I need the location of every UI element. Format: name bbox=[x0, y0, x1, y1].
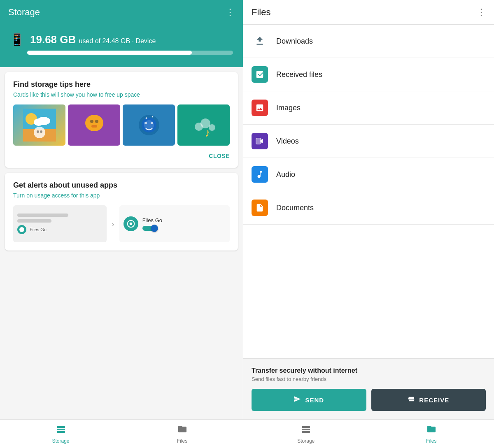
file-item-downloads[interactable]: Downloads bbox=[243, 25, 494, 58]
storage-tips-card: Find storage tips here Cards like this w… bbox=[5, 72, 238, 168]
left-menu-icon[interactable]: ⋮ bbox=[226, 7, 235, 18]
file-item-documents[interactable]: Documents bbox=[243, 191, 494, 225]
mock-bar-2 bbox=[17, 219, 51, 223]
mock-app-icon bbox=[17, 225, 26, 234]
left-nav-files-label: Files bbox=[177, 438, 187, 444]
alert-title: Get alerts about unused apps bbox=[13, 181, 230, 190]
mock-bar-1 bbox=[17, 214, 68, 217]
send-label: SEND bbox=[305, 397, 324, 404]
svg-rect-30 bbox=[57, 429, 65, 430]
toggle-bar[interactable] bbox=[142, 226, 157, 231]
svg-point-18 bbox=[144, 122, 147, 124]
storage-nav-icon bbox=[56, 424, 66, 436]
images-icon bbox=[252, 100, 268, 116]
received-icon bbox=[252, 66, 268, 83]
svg-rect-13 bbox=[91, 125, 97, 128]
transfer-subtitle: Send files fast to nearby friends bbox=[252, 376, 486, 382]
files-list: Downloads Received files Images bbox=[243, 25, 494, 358]
transfer-section: Transfer securely without internet Send … bbox=[243, 358, 494, 419]
close-button[interactable]: CLOSE bbox=[209, 153, 230, 159]
receive-button[interactable]: RECEIVE bbox=[371, 389, 486, 411]
left-nav-storage-label: Storage bbox=[52, 438, 69, 444]
svg-point-17 bbox=[144, 120, 154, 130]
svg-rect-32 bbox=[256, 138, 261, 144]
storage-tips-subtitle: Cards like this will show you how to fre… bbox=[13, 91, 230, 98]
downloads-icon bbox=[252, 33, 268, 49]
arrow-icon: › bbox=[112, 219, 114, 229]
transfer-buttons: SEND RECEIVE bbox=[252, 389, 486, 411]
cards-area: Find storage tips here Cards like this w… bbox=[0, 67, 243, 419]
mock-app-row: Files Go bbox=[17, 225, 103, 234]
right-header: Files ⋮ bbox=[243, 0, 494, 25]
svg-rect-34 bbox=[258, 208, 261, 209]
images-label: Images bbox=[276, 104, 301, 112]
right-panel: Files ⋮ Downloads Received files bbox=[243, 0, 494, 448]
storage-progress-bar bbox=[27, 51, 233, 55]
thumb-4: ♪ bbox=[177, 104, 230, 146]
alert-mock: Files Go › Files Go bbox=[13, 205, 230, 242]
file-item-images[interactable]: Images bbox=[243, 91, 494, 125]
filesgo-name: Files Go bbox=[142, 217, 162, 223]
send-button[interactable]: SEND bbox=[252, 389, 366, 411]
svg-rect-36 bbox=[302, 426, 310, 428]
mock-app-icon-inner bbox=[19, 227, 24, 232]
alert-right-screen: Files Go bbox=[119, 205, 230, 242]
file-item-received[interactable]: Received files bbox=[243, 58, 494, 91]
svg-text:♪: ♪ bbox=[205, 126, 210, 139]
svg-point-12 bbox=[95, 120, 98, 123]
documents-icon bbox=[252, 200, 268, 216]
file-item-videos[interactable]: Videos bbox=[243, 125, 494, 158]
right-bottom-nav: Storage Files bbox=[243, 419, 494, 448]
svg-rect-29 bbox=[57, 426, 65, 428]
received-label: Received files bbox=[276, 70, 322, 79]
audio-label: Audio bbox=[276, 170, 295, 179]
storage-tips-images: ✦ ✦ ♪ bbox=[13, 104, 230, 146]
audio-icon bbox=[252, 166, 268, 183]
toggle-circle bbox=[151, 225, 158, 232]
storage-gb-label: 19.68 GB used of 24.48 GB · Device bbox=[30, 33, 156, 46]
svg-rect-35 bbox=[258, 209, 260, 210]
storage-text-block: 19.68 GB used of 24.48 GB · Device bbox=[30, 33, 156, 46]
filesgo-icon bbox=[124, 216, 138, 231]
right-nav-files[interactable]: Files bbox=[369, 420, 494, 448]
filesgo-info: Files Go bbox=[142, 217, 162, 231]
transfer-title: Transfer securely without internet bbox=[252, 367, 486, 374]
svg-text:✦: ✦ bbox=[145, 116, 148, 120]
send-icon bbox=[294, 395, 301, 404]
receive-icon bbox=[408, 395, 415, 404]
phone-icon: 📱 bbox=[10, 33, 24, 46]
svg-rect-37 bbox=[302, 429, 310, 430]
right-nav-storage-label: Storage bbox=[297, 438, 315, 444]
svg-point-19 bbox=[151, 122, 153, 124]
file-item-audio[interactable]: Audio bbox=[243, 158, 494, 191]
alert-subtitle: Turn on usage access for this app bbox=[13, 192, 230, 199]
left-nav-files[interactable]: Files bbox=[121, 420, 243, 448]
right-storage-nav-icon bbox=[301, 424, 311, 436]
storage-total-label: used of 24.48 GB · Device bbox=[79, 37, 156, 44]
thumb-3: ✦ ✦ bbox=[123, 104, 175, 146]
videos-icon bbox=[252, 133, 268, 149]
right-files-nav-icon bbox=[426, 424, 436, 436]
storage-tips-title: Find storage tips here bbox=[13, 80, 230, 89]
storage-progress-fill bbox=[27, 51, 192, 55]
svg-point-28 bbox=[129, 223, 132, 225]
videos-label: Videos bbox=[276, 137, 299, 146]
svg-point-4 bbox=[34, 118, 44, 126]
thumb-2 bbox=[68, 104, 120, 146]
svg-point-11 bbox=[90, 120, 93, 123]
svg-text:✦: ✦ bbox=[151, 116, 154, 118]
left-header: Storage ⋮ bbox=[0, 0, 243, 25]
filesgo-toggle-row bbox=[142, 226, 162, 231]
svg-point-7 bbox=[40, 130, 42, 133]
right-menu-icon[interactable]: ⋮ bbox=[477, 7, 486, 18]
downloads-label: Downloads bbox=[276, 37, 313, 46]
mock-app-label: Files Go bbox=[30, 227, 47, 232]
files-nav-icon bbox=[177, 424, 187, 436]
svg-rect-38 bbox=[302, 431, 310, 433]
storage-app-title: Storage bbox=[8, 7, 40, 18]
svg-point-10 bbox=[88, 116, 101, 130]
alert-left-screen: Files Go bbox=[13, 205, 107, 242]
right-nav-storage[interactable]: Storage bbox=[243, 420, 369, 448]
left-nav-storage[interactable]: Storage bbox=[0, 420, 121, 448]
left-panel: Storage ⋮ 📱 19.68 GB used of 24.48 GB · … bbox=[0, 0, 243, 448]
